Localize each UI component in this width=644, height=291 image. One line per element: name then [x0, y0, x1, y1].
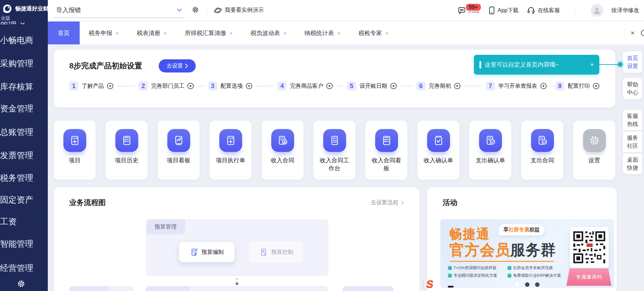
tab-close-icon[interactable]: [386, 30, 389, 36]
app-shortcut-card[interactable]: 项目执行单: [210, 121, 252, 180]
step-number: 5: [347, 82, 356, 91]
app-shortcut-card[interactable]: 项目看板: [158, 121, 200, 180]
app-icon: [583, 129, 606, 152]
bubble-highlight: 社群专属: [509, 226, 529, 232]
app-shortcut-card[interactable]: 支出合同: [521, 121, 563, 180]
drag-handle-icon[interactable]: [423, 280, 424, 288]
tab[interactable]: 税务申报: [80, 22, 128, 44]
banner-title: 官方会员服务群: [449, 240, 556, 260]
tab-close-icon[interactable]: [230, 30, 233, 36]
play-icon[interactable]: [540, 83, 547, 89]
app-shortcut-card[interactable]: 收入合同看板: [365, 121, 407, 180]
carousel-dot[interactable]: [515, 282, 520, 287]
sidebar-item[interactable]: 采购管理: [0, 58, 48, 69]
sidebar-item[interactable]: 税务管理: [0, 172, 48, 183]
rail-line-2: 设置: [627, 62, 638, 70]
sidebar-nav: 小畅电商采购管理库存核算资金管理总账管理发票管理税务管理固定资产工资智能管理经营…: [0, 0, 48, 291]
banner-bullet: 社群会员专享购买优惠: [508, 265, 569, 271]
tab-label: 税检专家: [359, 29, 382, 37]
tooltip-connector-line: [599, 64, 619, 65]
bubble-suffix: 权益: [529, 226, 540, 232]
refresh-icon[interactable]: [641, 30, 644, 36]
sidebar-item[interactable]: 小畅电商: [0, 35, 48, 46]
play-icon[interactable]: [326, 83, 333, 89]
app-shortcut-card[interactable]: 收入合同工作台: [314, 121, 355, 180]
demo-link[interactable]: 我要看实例演示: [214, 6, 264, 15]
sidebar-item[interactable]: 资金管理: [0, 103, 48, 114]
floating-widget[interactable]: S: [423, 279, 453, 289]
settings-gear-icon[interactable]: [191, 6, 200, 15]
sidebar-item[interactable]: 固定资产: [0, 194, 48, 205]
play-icon[interactable]: [454, 83, 461, 89]
quick-rail-item[interactable]: 帮助 中心: [623, 78, 642, 99]
tab[interactable]: 税负波动表: [241, 22, 295, 44]
budget-control-button[interactable]: 预算控制: [250, 242, 303, 262]
messages-button[interactable]: 消息 99+: [458, 6, 479, 15]
tab[interactable]: 纳税统计表: [295, 22, 350, 44]
online-service-button[interactable]: 在线客服: [527, 6, 560, 15]
qr-code: [570, 227, 609, 268]
quick-rail-item[interactable]: 桌面 快捷: [623, 153, 642, 174]
setup-flow-link[interactable]: 去设置流程: [371, 199, 404, 206]
play-icon[interactable]: [107, 83, 114, 89]
sidebar-item[interactable]: 智能管理: [0, 238, 48, 249]
app-shortcut-card[interactable]: 收入确认单: [417, 121, 459, 180]
chevron-down-icon: [177, 8, 182, 12]
play-icon[interactable]: [593, 83, 600, 89]
assistant-logo-icon[interactable]: S: [426, 279, 434, 289]
minimize-icon[interactable]: [448, 286, 453, 288]
app-download-label: App下载: [498, 7, 519, 14]
app-shortcut-card[interactable]: 设置: [573, 121, 615, 180]
bullet-text: 专业顾问提供定制化方案: [453, 273, 497, 278]
sidebar-item[interactable]: 经营管理: [0, 263, 48, 274]
play-icon[interactable]: [390, 83, 397, 89]
flow-node-box[interactable]: 项目管理: [146, 286, 328, 291]
tab-close-icon[interactable]: [164, 30, 167, 36]
sidebar-gear-icon[interactable]: [17, 279, 26, 290]
sidebar-item[interactable]: 总账管理: [0, 127, 48, 138]
tab[interactable]: 首页: [48, 22, 80, 44]
tab-close-icon[interactable]: [283, 30, 286, 36]
carousel-dot[interactable]: [525, 282, 530, 287]
qr-stand-label: 专属邀请码: [576, 274, 602, 280]
avatar[interactable]: [591, 4, 603, 17]
close-all-tabs-icon[interactable]: [624, 29, 641, 37]
app-download-button[interactable]: App下载: [488, 6, 519, 15]
tab[interactable]: 所得税汇算清缴: [176, 22, 242, 44]
app-shortcut-card[interactable]: 项目: [54, 121, 96, 180]
workspace-select[interactable]: 导入报错: [53, 3, 185, 18]
rail-line-1: 首页: [627, 54, 638, 62]
promo-banner[interactable]: 畅捷通 享社群专属权益 官方会员服务群 7×15h资深顾问在线答疑 社群会员专享…: [440, 219, 614, 288]
carousel-dots[interactable]: [515, 282, 540, 287]
app-shortcut-card[interactable]: 支出确认单: [469, 121, 511, 180]
sidebar-item[interactable]: 工资: [0, 216, 48, 227]
app-shortcut-card[interactable]: 项目历史: [106, 121, 148, 180]
quick-rail-item[interactable]: 首页 设置: [623, 51, 642, 73]
tab[interactable]: 税表清册: [128, 22, 176, 44]
quick-rail-item[interactable]: 客服 热线: [623, 110, 642, 130]
tab[interactable]: 税检专家: [350, 22, 398, 44]
tabbar-controls: [624, 22, 644, 44]
quick-rail-item[interactable]: 服务 社区: [623, 131, 642, 152]
tooltip-close-icon[interactable]: ×: [590, 61, 594, 68]
step-number: 7: [486, 82, 495, 91]
sidebar-item[interactable]: 发票管理: [0, 150, 48, 161]
carousel-dot[interactable]: [535, 282, 540, 287]
app-label: 设置: [579, 157, 610, 165]
budget-edit-button[interactable]: 预算编制: [179, 242, 235, 262]
bullet-text: 社群会员专享购买优惠: [513, 265, 553, 271]
go-setup-button[interactable]: 去设置: [159, 59, 196, 72]
play-icon[interactable]: [187, 83, 194, 89]
play-icon[interactable]: [246, 83, 253, 89]
flow-node-box[interactable]: 资金往来税费: [343, 286, 394, 291]
sidebar-item[interactable]: 库存核算: [0, 81, 48, 92]
step-label: 完善部门员工: [151, 83, 184, 90]
setup-step: 5 设开账日期: [347, 82, 416, 91]
flow-node-box[interactable]: 财务管理: [69, 286, 134, 291]
message-bubble-icon: [458, 6, 466, 15]
username[interactable]: 徐泽华修改: [611, 7, 639, 14]
tab-close-icon[interactable]: [337, 30, 341, 36]
app-shortcut-card[interactable]: 收入合同: [262, 121, 303, 180]
banner-bullet: 免费领取行业ERP解决方案: [508, 273, 569, 278]
tab-close-icon[interactable]: [116, 30, 119, 36]
